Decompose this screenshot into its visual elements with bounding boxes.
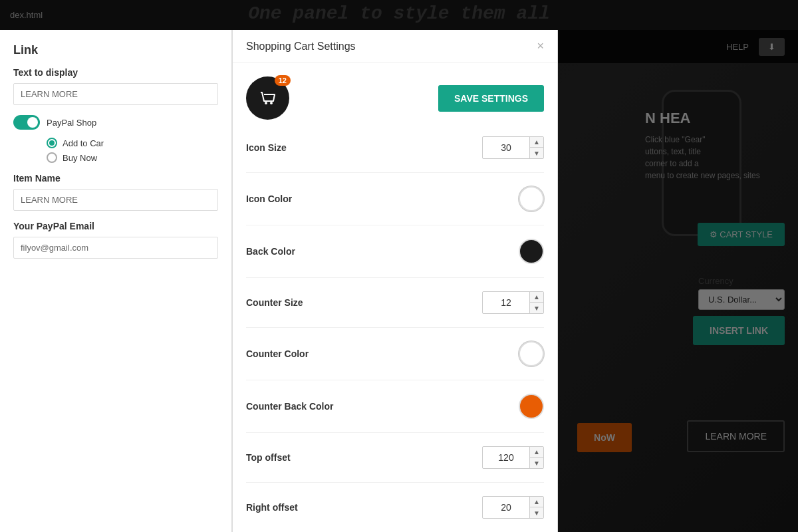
email-input[interactable] — [13, 237, 218, 259]
dialog-body: 12 SAVE SETTINGS Icon Size▲▼Icon ColorBa… — [233, 63, 557, 532]
paypal-toggle[interactable] — [13, 115, 40, 130]
setting-label-3: Counter Size — [246, 297, 303, 308]
number-input-6[interactable] — [483, 448, 529, 467]
stepper-up-7[interactable]: ▲ — [530, 497, 543, 507]
settings-rows: Icon Size▲▼Icon ColorBack ColorCounter S… — [246, 136, 544, 532]
setting-label-4: Counter Color — [246, 348, 309, 359]
stepper-up-3[interactable]: ▲ — [530, 292, 543, 303]
stepper-up-0[interactable]: ▲ — [530, 137, 543, 148]
number-input-3[interactable] — [483, 293, 529, 312]
page-heading: One panel to style them all — [248, 3, 550, 24]
link-panel-title: Link — [13, 43, 218, 57]
svg-point-6 — [270, 102, 273, 104]
radio-dot — [49, 140, 55, 146]
setting-row-3: Counter Size▲▼ — [246, 291, 544, 328]
color-swatch-1[interactable] — [519, 186, 544, 211]
setting-label-6: Top offset — [246, 452, 291, 463]
radio-buy-now-label: Buy Now — [63, 153, 97, 163]
stepper-down-0[interactable]: ▼ — [530, 148, 543, 158]
setting-label-0: Icon Size — [246, 142, 287, 153]
email-label: Your PayPal Email — [13, 221, 218, 231]
radio-add-to-cart-label: Add to Car — [63, 138, 104, 148]
radio-group: Add to Car Buy Now — [47, 138, 218, 163]
number-stepper-3: ▲▼ — [482, 291, 544, 314]
dialog-header: Shopping Cart Settings × — [233, 30, 557, 63]
setting-row-2: Back Color — [246, 239, 544, 278]
color-swatch-4[interactable] — [519, 341, 544, 366]
radio-add-to-cart[interactable] — [47, 138, 57, 148]
number-stepper-0: ▲▼ — [482, 136, 544, 159]
radio-buy-now[interactable] — [47, 152, 57, 163]
item-name-input[interactable] — [13, 189, 218, 211]
toggle-knob — [27, 117, 38, 128]
setting-row-5: Counter Back Color — [246, 394, 544, 433]
cart-settings-dialog: Shopping Cart Settings × 12 SAVE SETTING… — [232, 30, 558, 532]
number-stepper-6: ▲▼ — [482, 446, 544, 469]
number-input-0[interactable] — [483, 138, 529, 157]
svg-point-5 — [265, 102, 267, 104]
number-input-7[interactable] — [483, 498, 529, 517]
text-to-display-input[interactable] — [13, 83, 218, 105]
stepper-down-3[interactable]: ▼ — [530, 303, 543, 313]
cart-badge: 12 — [275, 75, 291, 86]
cart-icon — [257, 88, 279, 109]
dialog-title: Shopping Cart Settings — [246, 41, 356, 53]
stepper-down-6[interactable]: ▼ — [530, 458, 543, 468]
setting-row-6: Top offset▲▼ — [246, 446, 544, 483]
setting-row-7: Right offset▲▼ — [246, 496, 544, 532]
setting-row-1: Icon Color — [246, 186, 544, 225]
color-swatch-5[interactable] — [519, 394, 544, 419]
setting-label-5: Counter Back Color — [246, 401, 333, 412]
save-settings-button[interactable]: SAVE SETTINGS — [438, 85, 544, 112]
dialog-close-button[interactable]: × — [537, 39, 544, 53]
item-name-label: Item Name — [13, 173, 218, 184]
cart-icon-wrap: 12 — [246, 76, 289, 120]
setting-label-2: Back Color — [246, 246, 295, 257]
cart-preview-row: 12 SAVE SETTINGS — [246, 76, 544, 120]
setting-label-7: Right offset — [246, 502, 298, 513]
color-swatch-2[interactable] — [519, 239, 544, 264]
paypal-toggle-label: PayPal Shop — [47, 118, 96, 128]
stepper-down-7[interactable]: ▼ — [530, 507, 543, 518]
link-panel: Link Text to display PayPal Shop Add to … — [0, 30, 232, 532]
setting-row-4: Counter Color — [246, 341, 544, 380]
stepper-up-6[interactable]: ▲ — [530, 447, 543, 458]
text-to-display-label: Text to display — [13, 67, 218, 78]
number-stepper-7: ▲▼ — [482, 496, 544, 519]
setting-row-0: Icon Size▲▼ — [246, 136, 544, 173]
setting-label-1: Icon Color — [246, 194, 292, 204]
